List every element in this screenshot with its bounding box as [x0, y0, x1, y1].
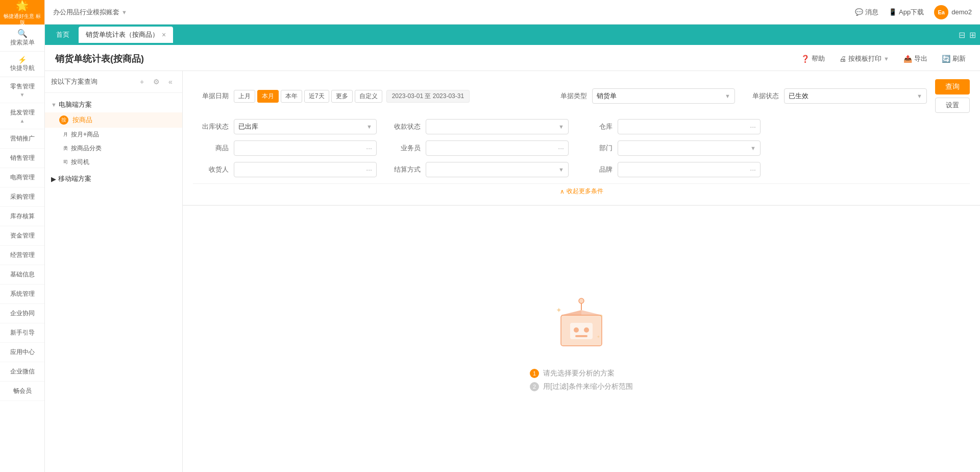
app-logo-text: 畅捷通好生意 标版: [2, 13, 42, 26]
tree-item-by-category[interactable]: 类 按商品分类: [45, 141, 182, 155]
sidebar-item-newbie[interactable]: 新手引导: [0, 323, 44, 343]
user-name: demo2: [951, 8, 972, 16]
date-btn-7days[interactable]: 近7天: [304, 90, 329, 103]
sidebar-item-ecommerce[interactable]: 电商管理: [0, 168, 44, 187]
hint1-num: 1: [530, 369, 539, 378]
sidebar-quick-nav[interactable]: ⚡ 快捷导航: [0, 52, 44, 77]
message-btn[interactable]: 💬 消息: [855, 8, 878, 17]
date-label: 单据日期: [193, 91, 234, 101]
date-btn-this-month[interactable]: 本月: [257, 90, 279, 103]
sidebar-item-purchase[interactable]: 采购管理: [0, 187, 44, 207]
date-btn-more[interactable]: 更多: [331, 90, 353, 103]
mobile-section-arrow-icon: ▶: [51, 175, 56, 183]
dept-select[interactable]: ▼: [618, 140, 761, 156]
tabs-bar: 首页 销货单统计表（按商品） × ⊟ ⊞: [45, 25, 980, 45]
empty-hint-2: 2 用[过滤]条件来缩小分析范围: [530, 382, 633, 391]
empty-text: 1 请先选择要分析的方案 2 用[过滤]条件来缩小分析范围: [530, 369, 633, 391]
message-label: 消息: [865, 8, 878, 17]
user-info[interactable]: Ea demo2: [934, 5, 972, 19]
sidebar-item-appcenter[interactable]: 应用中心: [0, 343, 44, 362]
panel-title: 按以下方案查询: [51, 77, 133, 86]
help-btn[interactable]: ❓ 帮助: [797, 52, 829, 65]
app-name-text: 办公用品行业模拟账套: [53, 8, 119, 17]
svg-marker-2: [581, 310, 602, 315]
top-header-right: 💬 消息 📱 App下载 Ea demo2: [855, 5, 972, 19]
svg-marker-1: [561, 310, 581, 315]
sidebar-item-finance[interactable]: 资金管理: [0, 226, 44, 246]
sidebar-search[interactable]: 🔍 搜索菜单: [0, 25, 44, 52]
tree-section-pc-header[interactable]: ▼ 电脑端方案: [45, 97, 182, 112]
date-btn-last-month[interactable]: 上月: [234, 90, 255, 103]
by-category-label: 按商品分类: [71, 144, 102, 153]
set-btn[interactable]: 设置: [935, 98, 970, 113]
sidebar-item-operations[interactable]: 经营管理: [0, 246, 44, 265]
edit-plan-btn[interactable]: ⚙: [151, 76, 162, 87]
hint1-text: 请先选择要分析的方案: [543, 369, 615, 378]
collapse-filter-btn[interactable]: ∧ 收起更多条件: [193, 183, 970, 199]
date-btn-this-year[interactable]: 本年: [281, 90, 302, 103]
salesperson-input[interactable]: ···: [426, 140, 569, 156]
sidebar-item-system[interactable]: 系统管理: [0, 285, 44, 304]
by-product-icon: 按: [59, 115, 68, 125]
product-label: 商品: [193, 144, 234, 153]
doc-status-select[interactable]: 已生效 ▼: [784, 88, 927, 104]
refresh-btn[interactable]: 🔄 刷新: [938, 52, 970, 65]
hint2-num: 2: [530, 382, 539, 391]
print-arrow-icon: ▼: [884, 56, 889, 62]
filter-row-3: 商品 ··· 业务员 ··· 部门 ▼: [193, 140, 970, 156]
help-label: 帮助: [812, 54, 825, 63]
query-btn[interactable]: 查询: [935, 79, 970, 95]
svg-point-5: [574, 327, 579, 333]
tabs-bar-right: ⊟ ⊞: [959, 30, 976, 40]
add-plan-btn[interactable]: +: [136, 76, 148, 87]
by-category-icon: 类: [63, 145, 68, 152]
sidebar-item-marketing[interactable]: 营销推广: [0, 129, 44, 149]
refresh-label: 刷新: [952, 54, 966, 63]
sidebar-item-inventory[interactable]: 库存核算: [0, 207, 44, 226]
by-month-product-icon: 月: [63, 131, 68, 138]
sidebar-item-enterprise[interactable]: 企业协同: [0, 304, 44, 323]
payment-label: 结算方式: [385, 165, 426, 174]
print-btn[interactable]: 🖨 按模板打印 ▼: [835, 52, 893, 65]
tab-minimize-icon[interactable]: ⊟: [959, 30, 965, 40]
collapse-label: 收起更多条件: [567, 187, 603, 196]
tab-home[interactable]: 首页: [49, 27, 77, 43]
export-btn[interactable]: 📤 导出: [899, 52, 932, 65]
sidebar-item-member[interactable]: 畅会员: [0, 382, 44, 401]
tree-section-mobile-header[interactable]: ▶ 移动端方案: [45, 171, 182, 186]
tree-item-by-product[interactable]: 按 按商品: [45, 112, 182, 128]
tab-home-label: 首页: [56, 30, 69, 39]
brand-input[interactable]: ···: [618, 162, 761, 177]
tree-section-pc: ▼ 电脑端方案 按 按商品 月 按月+商品 类: [45, 97, 182, 169]
svg-point-9: [579, 298, 584, 303]
tree-item-by-month-product[interactable]: 月 按月+商品: [45, 128, 182, 141]
tab-expand-icon[interactable]: ⊞: [969, 30, 976, 40]
pc-section-label: 电脑端方案: [59, 100, 92, 109]
recipient-input[interactable]: ···: [234, 162, 377, 177]
tab-close-icon[interactable]: ×: [162, 31, 166, 38]
download-icon: 📱: [889, 8, 897, 16]
date-range-display: 2023-03-01 至 2023-03-31: [386, 90, 470, 103]
retail-label: 零售管理: [10, 82, 35, 91]
doc-type-select[interactable]: 销货单 ▼: [592, 88, 735, 104]
sidebar-item-retail[interactable]: 零售管理 ▼: [0, 77, 44, 103]
by-month-product-label: 按月+商品: [71, 130, 99, 139]
collect-status-select[interactable]: ▼: [426, 119, 569, 134]
warehouse-input[interactable]: ···: [618, 119, 761, 134]
recipient-dots-icon: ···: [366, 166, 372, 174]
collapse-panel-btn[interactable]: «: [165, 76, 176, 87]
sidebar-item-basic[interactable]: 基础信息: [0, 265, 44, 285]
app-download-btn[interactable]: 📱 App下载: [889, 8, 924, 17]
product-input[interactable]: ···: [234, 140, 377, 156]
mobile-section-label: 移动端方案: [58, 174, 91, 183]
sidebar-item-sales[interactable]: 销售管理: [0, 149, 44, 168]
sidebar-item-wechat[interactable]: 企业微信: [0, 362, 44, 382]
date-btn-custom[interactable]: 自定义: [355, 90, 382, 103]
tab-sales-stat[interactable]: 销货单统计表（按商品） ×: [79, 27, 173, 43]
doc-status-arrow-icon: ▼: [917, 93, 922, 99]
payment-select[interactable]: ▼: [426, 162, 569, 177]
sidebar-item-wholesale[interactable]: 批发管理 ▲: [0, 103, 44, 129]
payment-arrow-icon: ▼: [558, 167, 564, 173]
tree-item-by-cashier[interactable]: 司 按司机: [45, 155, 182, 169]
out-status-select[interactable]: 已出库 ▼: [234, 119, 377, 134]
